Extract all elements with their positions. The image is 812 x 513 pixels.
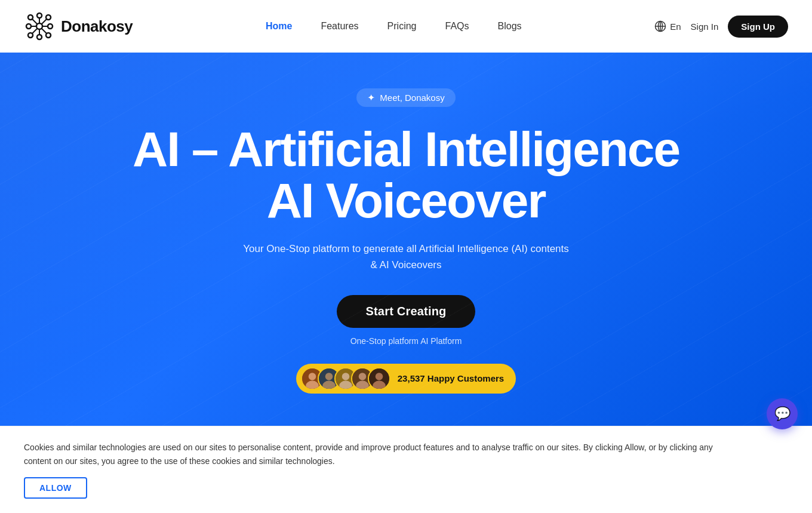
cookie-text: Cookies and similar technologies are use… [24,441,740,468]
svg-point-23 [306,380,318,389]
svg-point-32 [356,380,368,389]
svg-point-29 [339,380,352,389]
brand: Donakosy [24,11,133,42]
brand-name: Donakosy [61,17,133,36]
svg-point-4 [48,24,53,29]
svg-point-31 [359,373,367,380]
customers-badge: 23,537 Happy Customers [296,364,516,394]
brand-logo [24,11,55,42]
svg-point-35 [373,380,385,389]
hero-title-line2: AI Voiceover [267,173,546,228]
navbar: Donakosy Home Features Pricing FAQs Blog… [0,0,812,53]
chat-button[interactable]: 💬 [767,398,798,429]
hero-section: ✦ Meet, Donakosy AI – Artificial Intelli… [0,53,812,441]
svg-point-1 [37,13,42,18]
avatars-group [301,367,390,390]
platform-label: One-Stop platform AI Platform [350,336,462,346]
svg-line-16 [32,29,38,34]
globe-icon [654,20,666,32]
nav-pricing[interactable]: Pricing [387,21,417,32]
nav-features[interactable]: Features [321,21,358,32]
hero-title-line1: AI – Artificial Intelligence [133,122,679,176]
nav-faqs[interactable]: FAQs [445,21,469,32]
sparkle-icon: ✦ [367,92,375,103]
sign-in-button[interactable]: Sign In [691,21,719,32]
svg-point-26 [322,380,335,389]
start-creating-button[interactable]: Start Creating [337,295,475,328]
svg-line-13 [32,19,38,24]
svg-point-2 [37,35,42,39]
svg-point-3 [26,24,31,29]
sign-up-button[interactable]: Sign Up [728,16,788,38]
svg-point-22 [309,373,316,380]
navbar-actions: En Sign In Sign Up [654,16,788,38]
hero-title: AI – Artificial Intelligence AI Voiceove… [133,124,679,226]
cookie-banner: Cookies and similar technologies are use… [0,426,812,513]
allow-button[interactable]: ALLOW [24,477,87,499]
hero-badge: ✦ Meet, Donakosy [356,88,455,107]
hero-subtitle: Your One-Stop platform to generate all A… [239,241,573,273]
customers-count: 23,537 Happy Customers [398,373,504,383]
hero-badge-text: Meet, Donakosy [380,93,444,103]
nav-links: Home Features Pricing FAQs Blogs [266,21,522,32]
svg-point-34 [376,373,383,380]
nav-home[interactable]: Home [266,21,292,32]
svg-point-28 [342,373,350,380]
language-selector[interactable]: En [654,20,681,32]
lang-label: En [670,21,681,32]
svg-line-14 [42,29,47,34]
nav-blogs[interactable]: Blogs [498,21,522,32]
svg-line-15 [42,19,47,24]
avatar [368,367,390,390]
svg-point-25 [325,373,333,380]
chat-icon: 💬 [774,406,791,422]
